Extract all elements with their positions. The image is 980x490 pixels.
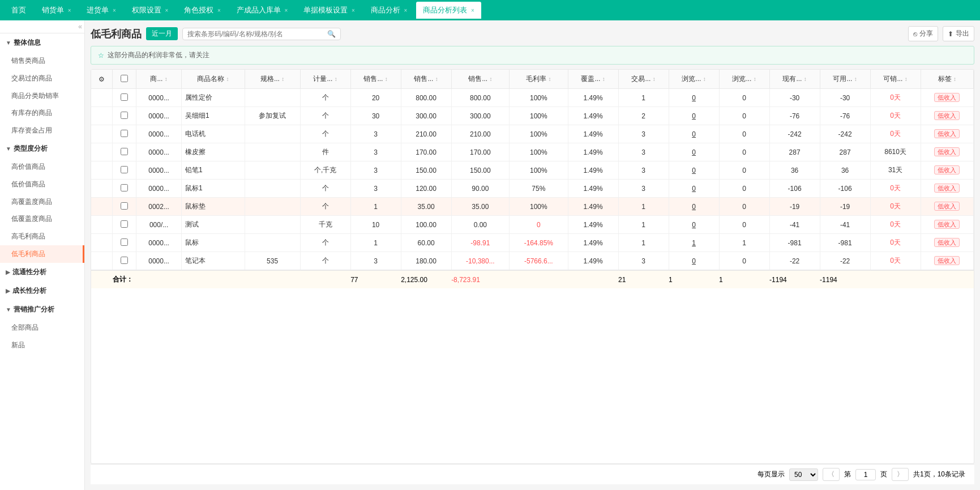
- sidebar-item-high-margin[interactable]: 高毛利商品: [0, 228, 84, 245]
- col-tag[interactable]: 标签 ↕: [921, 70, 973, 89]
- row-views1[interactable]: 0: [669, 198, 719, 216]
- row-checkbox[interactable]: [113, 107, 136, 125]
- row-gross-rate: 100%: [510, 107, 568, 125]
- search-icon[interactable]: 🔍: [327, 30, 336, 38]
- row-views1[interactable]: 1: [669, 234, 719, 252]
- col-saleable[interactable]: 可销... ↕: [870, 70, 921, 89]
- row-select-checkbox[interactable]: [121, 112, 128, 119]
- sidebar-item-capital[interactable]: 库存资金占用: [0, 122, 84, 139]
- row-views1[interactable]: 0: [669, 107, 719, 125]
- row-views1[interactable]: 0: [669, 161, 719, 180]
- col-sales-profit[interactable]: 销售... ↕: [451, 70, 509, 89]
- col-available[interactable]: 可用... ↕: [820, 70, 870, 89]
- row-select-checkbox[interactable]: [121, 184, 128, 191]
- nav-item-analysis-list[interactable]: 商品分析列表 ×: [416, 2, 481, 19]
- row-views1[interactable]: 0: [669, 125, 719, 143]
- row-checkbox[interactable]: [113, 180, 136, 198]
- sidebar-item-category-rate[interactable]: 商品分类助销率: [0, 87, 84, 105]
- page-size-select[interactable]: 50 100 200: [789, 468, 818, 481]
- row-gross-rate: 75%: [510, 180, 568, 198]
- row-views1[interactable]: 0: [669, 252, 719, 271]
- col-spec[interactable]: 规格... ↕: [245, 70, 300, 89]
- nav-close-products[interactable]: ×: [285, 7, 288, 14]
- sidebar-item-low-margin[interactable]: 低毛利商品: [0, 245, 84, 263]
- page-input[interactable]: [855, 469, 876, 480]
- nav-close-purchase[interactable]: ×: [113, 7, 116, 14]
- row-select-checkbox[interactable]: [121, 93, 128, 101]
- nav-close-roles[interactable]: ×: [217, 7, 221, 14]
- sidebar-item-high-coverage[interactable]: 高覆盖度商品: [0, 193, 84, 211]
- nav-item-analysis[interactable]: 商品分析 ×: [364, 2, 414, 19]
- row-select-checkbox[interactable]: [121, 257, 128, 264]
- nav-close-sales[interactable]: ×: [68, 7, 71, 14]
- sidebar-item-new-goods[interactable]: 新品: [0, 336, 84, 354]
- search-input[interactable]: [187, 30, 325, 38]
- col-name[interactable]: 商品名称 ↕: [182, 70, 245, 89]
- row-checkbox[interactable]: [113, 89, 136, 107]
- prev-page-button[interactable]: 〈: [823, 468, 840, 481]
- date-filter-button[interactable]: 近一月: [146, 27, 178, 40]
- row-checkbox[interactable]: [113, 143, 136, 161]
- sidebar-item-traded-goods[interactable]: 交易过的商品: [0, 70, 84, 87]
- row-select-checkbox[interactable]: [121, 220, 128, 228]
- row-select-checkbox[interactable]: [121, 238, 128, 246]
- row-select-checkbox[interactable]: [121, 148, 128, 155]
- sidebar-item-high-value[interactable]: 高价值商品: [0, 158, 84, 176]
- col-unit[interactable]: 计量... ↕: [300, 70, 350, 89]
- col-current-stock[interactable]: 现有... ↕: [769, 70, 820, 89]
- col-checkbox[interactable]: [113, 70, 136, 89]
- row-views1[interactable]: 0: [669, 180, 719, 198]
- row-checkbox[interactable]: [113, 234, 136, 252]
- sidebar-group-marketing[interactable]: ▼ 营销推广分析: [0, 300, 84, 319]
- row-views2: 0: [719, 180, 769, 198]
- sidebar-group-growth[interactable]: ▶ 成长性分析: [0, 282, 84, 300]
- export-button[interactable]: ⬆ 导出: [943, 26, 974, 41]
- row-select-checkbox[interactable]: [121, 202, 128, 210]
- sidebar-collapse-btn[interactable]: «: [0, 20, 84, 33]
- row-select-checkbox[interactable]: [121, 130, 128, 137]
- nav-item-purchase[interactable]: 进货单 ×: [80, 2, 122, 19]
- row-checkbox[interactable]: [113, 161, 136, 180]
- nav-item-home[interactable]: 首页: [5, 2, 33, 19]
- nav-item-permissions[interactable]: 权限设置 ×: [125, 2, 175, 19]
- col-coverage[interactable]: 覆盖... ↕: [568, 70, 618, 89]
- table-container: ⚙ 商... ↕ 商品名称 ↕ 规格... ↕ 计量... ↕ 销售... ↕ …: [91, 69, 974, 464]
- tag-badge: 低收入: [934, 93, 960, 102]
- row-views1[interactable]: 0: [669, 143, 719, 161]
- nav-item-sales[interactable]: 销货单 ×: [35, 2, 78, 19]
- sidebar-item-low-value[interactable]: 低价值商品: [0, 176, 84, 193]
- next-page-button[interactable]: 〉: [892, 468, 909, 481]
- nav-close-template[interactable]: ×: [352, 7, 355, 14]
- nav-close-permissions[interactable]: ×: [165, 7, 169, 14]
- row-views1[interactable]: 0: [669, 89, 719, 107]
- nav-close-analysis[interactable]: ×: [404, 7, 407, 14]
- share-button[interactable]: ⎋ 分享: [908, 26, 938, 41]
- select-all-checkbox[interactable]: [121, 75, 128, 82]
- row-views1[interactable]: 0: [669, 216, 719, 234]
- sidebar-item-low-coverage[interactable]: 低覆盖度商品: [0, 210, 84, 228]
- col-code[interactable]: 商... ↕: [136, 70, 182, 89]
- col-sales-price[interactable]: 销售... ↕: [401, 70, 451, 89]
- row-select-checkbox[interactable]: [121, 166, 128, 173]
- nav-close-analysis-list[interactable]: ×: [471, 7, 474, 14]
- col-views1[interactable]: 浏览... ↕: [669, 70, 719, 89]
- sidebar-group-flow[interactable]: ▶ 流通性分析: [0, 263, 84, 282]
- row-tag: 低收入: [921, 216, 973, 234]
- col-gross-rate[interactable]: 毛利率 ↕: [510, 70, 568, 89]
- col-settings[interactable]: ⚙: [91, 70, 113, 89]
- col-trade[interactable]: 交易... ↕: [618, 70, 669, 89]
- col-sales-qty[interactable]: 销售... ↕: [350, 70, 401, 89]
- nav-item-template[interactable]: 单据模板设置 ×: [297, 2, 361, 19]
- sidebar-group-overall[interactable]: ▼ 整体信息: [0, 33, 84, 52]
- nav-item-products[interactable]: 产成品入库单 ×: [230, 2, 294, 19]
- sidebar-item-all-goods[interactable]: 全部商品: [0, 319, 84, 336]
- sidebar-item-stocked-goods[interactable]: 有库存的商品: [0, 104, 84, 122]
- sidebar-item-sales-goods[interactable]: 销售类商品: [0, 52, 84, 70]
- row-checkbox[interactable]: [113, 198, 136, 216]
- nav-item-roles[interactable]: 角色授权 ×: [177, 2, 227, 19]
- sidebar-group-type[interactable]: ▼ 类型度分析: [0, 139, 84, 158]
- row-checkbox[interactable]: [113, 125, 136, 143]
- col-views2[interactable]: 浏览... ↕: [719, 70, 769, 89]
- row-checkbox[interactable]: [113, 252, 136, 271]
- row-checkbox[interactable]: [113, 216, 136, 234]
